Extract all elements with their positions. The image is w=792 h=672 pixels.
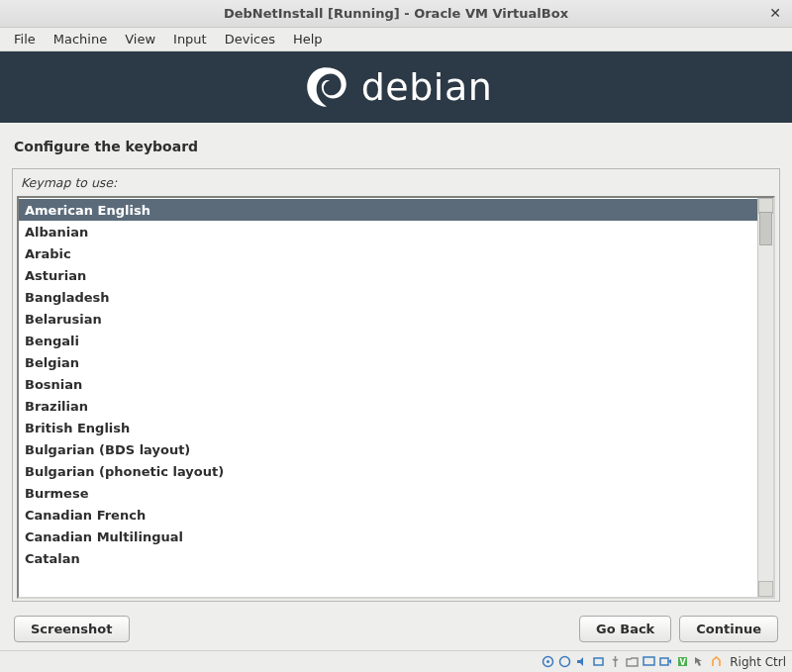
svg-rect-3 bbox=[594, 658, 603, 665]
host-key-label: Right Ctrl bbox=[730, 655, 786, 669]
debian-swirl-icon bbox=[300, 61, 351, 113]
installer-banner: debian bbox=[0, 51, 792, 123]
page-title: Configure the keyboard bbox=[14, 139, 778, 154]
audio-icon[interactable] bbox=[574, 655, 588, 669]
recording-icon[interactable] bbox=[658, 655, 672, 669]
hard-disk-icon[interactable] bbox=[541, 655, 554, 669]
network-icon[interactable] bbox=[591, 655, 605, 669]
keyboard-capture-icon[interactable] bbox=[709, 655, 723, 669]
keymap-option[interactable]: Bangladesh bbox=[19, 286, 757, 308]
continue-button[interactable]: Continue bbox=[679, 616, 778, 642]
menu-help[interactable]: Help bbox=[285, 30, 331, 48]
menu-devices[interactable]: Devices bbox=[217, 30, 283, 48]
vm-statusbar: V Right Ctrl bbox=[0, 650, 792, 672]
keymap-option[interactable]: Burmese bbox=[19, 482, 757, 504]
keymap-option[interactable]: Bulgarian (phonetic layout) bbox=[19, 460, 757, 482]
svg-text:V: V bbox=[679, 658, 686, 667]
keymap-option[interactable]: Asturian bbox=[19, 264, 757, 286]
keymap-option[interactable]: Belgian bbox=[19, 351, 757, 373]
keymap-option[interactable]: Bengali bbox=[19, 330, 757, 351]
go-back-button[interactable]: Go Back bbox=[579, 616, 671, 642]
close-icon[interactable]: ✕ bbox=[766, 4, 784, 22]
svg-point-1 bbox=[546, 660, 549, 663]
keymap-option[interactable]: Brazilian bbox=[19, 395, 757, 417]
keymap-option[interactable]: Belarusian bbox=[19, 308, 757, 330]
screenshot-button[interactable]: Screenshot bbox=[14, 616, 130, 642]
menubar: File Machine View Input Devices Help bbox=[0, 28, 792, 51]
shared-folder-icon[interactable] bbox=[625, 655, 639, 669]
keymap-listbox[interactable]: American EnglishAlbanianArabicAsturianBa… bbox=[19, 198, 757, 597]
keymap-list-container: American EnglishAlbanianArabicAsturianBa… bbox=[17, 196, 775, 599]
optical-disk-icon[interactable] bbox=[557, 655, 571, 669]
usb-icon[interactable] bbox=[608, 655, 622, 669]
window-titlebar: DebNetInstall [Running] - Oracle VM Virt… bbox=[0, 0, 792, 28]
menu-view[interactable]: View bbox=[117, 30, 163, 48]
scrollbar[interactable] bbox=[757, 198, 773, 597]
menu-machine[interactable]: Machine bbox=[46, 30, 115, 48]
button-bar: Screenshot Go Back Continue bbox=[12, 602, 780, 642]
keymap-label: Keymap to use: bbox=[15, 175, 777, 196]
installer-content: Configure the keyboard Keymap to use: Am… bbox=[0, 123, 792, 650]
keymap-option[interactable]: Albanian bbox=[19, 221, 757, 242]
keymap-option[interactable]: American English bbox=[19, 199, 757, 221]
menu-input[interactable]: Input bbox=[165, 30, 215, 48]
keymap-option[interactable]: Bosnian bbox=[19, 373, 757, 395]
window-title: DebNetInstall [Running] - Oracle VM Virt… bbox=[224, 6, 568, 21]
keymap-option[interactable]: Canadian Multilingual bbox=[19, 526, 757, 547]
keymap-option[interactable]: Arabic bbox=[19, 242, 757, 264]
svg-rect-5 bbox=[660, 658, 668, 665]
scrollbar-thumb[interactable] bbox=[759, 212, 772, 245]
display-icon[interactable] bbox=[642, 655, 655, 669]
debian-brand-text: debian bbox=[361, 65, 493, 109]
menu-file[interactable]: File bbox=[6, 30, 44, 48]
mouse-integration-icon[interactable] bbox=[692, 655, 706, 669]
keymap-option[interactable]: Canadian French bbox=[19, 504, 757, 526]
virtualization-icon[interactable]: V bbox=[675, 655, 689, 669]
keymap-option[interactable]: British English bbox=[19, 417, 757, 438]
svg-point-2 bbox=[559, 657, 569, 667]
svg-rect-4 bbox=[644, 657, 654, 665]
keymap-fieldset: Keymap to use: American EnglishAlbanianA… bbox=[12, 168, 780, 602]
keymap-option[interactable]: Catalan bbox=[19, 547, 757, 569]
keymap-option[interactable]: Bulgarian (BDS layout) bbox=[19, 438, 757, 460]
